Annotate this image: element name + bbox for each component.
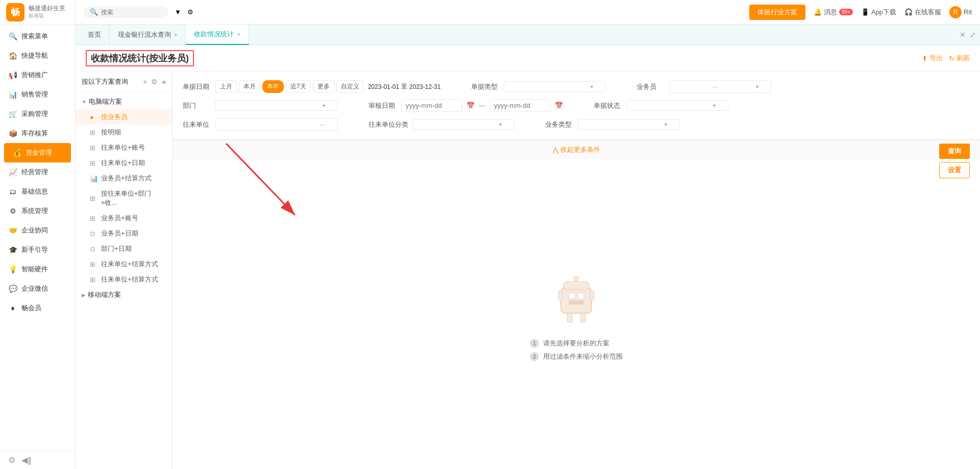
sidebar-settings-icon[interactable]: ⚙ (8, 455, 15, 465)
tree-item-partner_account[interactable]: ⊞ 往来单位+账号 (76, 140, 172, 155)
app-download-label: App下载 (871, 8, 896, 17)
mobile-group-header[interactable]: ▶ 移动端方案 (76, 287, 172, 302)
sidebar-item-purchase[interactable]: 🛒 采购管理 (0, 104, 75, 124)
date-this-month[interactable]: 本月 (239, 80, 260, 93)
trial-button[interactable]: 体验行业方案 (749, 5, 805, 20)
tree-item-icon-by_salesperson: ● (90, 113, 98, 121)
sidebar-item-finance[interactable]: 💰 资金管理 (4, 143, 71, 162)
search-input[interactable] (101, 9, 162, 16)
sidebar-item-operation[interactable]: 📈 经营管理 (0, 162, 75, 182)
tree-item-salesperson_date[interactable]: ⊙ 业务员+日期 (76, 226, 172, 241)
scheme-settings-icon[interactable]: ⚙ (151, 78, 158, 86)
sidebar-label-purchase: 采购管理 (21, 109, 48, 119)
notifications-item[interactable]: 🔔 消息 99+ (814, 8, 853, 17)
topbar-settings-icon[interactable]: ⚙ (187, 8, 193, 16)
biz-type-label: 业务类型 (545, 120, 574, 129)
maximize-window-btn[interactable]: ⤢ (970, 31, 976, 39)
sidebar-item-system[interactable]: ⚙ 系统管理 (0, 201, 75, 221)
tree-item-icon-salesperson_date: ⊙ (90, 230, 98, 238)
sidebar-item-corp[interactable]: 🤝 企业协同 (0, 221, 75, 240)
review-date-start[interactable] (401, 99, 462, 112)
tab-home[interactable]: 首页 (80, 25, 110, 45)
left-panel-header: 按以下方案查询 + ⚙ « (76, 72, 172, 92)
date-more[interactable]: 更多 (313, 80, 334, 93)
add-scheme-icon[interactable]: + (143, 78, 147, 86)
partner-category-select[interactable]: ▾ (412, 119, 514, 130)
sidebar-icon-quicknav: 🏠 (8, 51, 17, 60)
date-7days[interactable]: 近7天 (286, 80, 311, 93)
collapse-button[interactable]: ⋀ 收起更多条件 (553, 145, 600, 154)
sidebar-item-sales[interactable]: 📊 销售管理 (0, 85, 75, 104)
tree-item-salesperson_settle[interactable]: 📊 业务员+结算方式 (76, 171, 172, 186)
online-service-label: 在线客服 (915, 8, 941, 17)
main-content: 🔍 ▼ ⚙ 体验行业方案 🔔 消息 99+ 📱 App下载 🎧 在线客服 R (76, 0, 980, 469)
salesperson-select[interactable]: ··· ▾ (669, 80, 771, 93)
tree-item-dept_date[interactable]: ⊙ 部门+日期 (76, 241, 172, 256)
svg-rect-5 (590, 290, 594, 300)
date-dash: — (479, 102, 485, 109)
sidebar-item-quicknav[interactable]: 🏠 快捷导航 (0, 46, 75, 65)
review-date-end[interactable] (489, 99, 551, 112)
sidebar: 畅 畅捷通好生意 标准版 🔍 搜索菜单 🏠 快捷导航 📢 营销推广 📊 销售管理… (0, 0, 76, 469)
query-button[interactable]: 查询 (939, 144, 970, 159)
partner-label: 往来单位 (183, 120, 211, 129)
svg-rect-3 (569, 300, 584, 304)
sidebar-label-finance: 资金管理 (26, 148, 52, 157)
desktop-group-header[interactable]: ▼ 电脑端方案 (76, 94, 172, 109)
sidebar-item-guide[interactable]: 🎓 新手引导 (0, 240, 75, 260)
date-custom[interactable]: 自定义 (336, 80, 364, 93)
topbar-search-box[interactable]: 🔍 (84, 6, 168, 18)
sidebar-item-marketing[interactable]: 📢 营销推广 (0, 65, 75, 85)
sidebar-collapse-icon[interactable]: ◀‖ (21, 455, 32, 465)
close-window-btn[interactable]: ✕ (960, 31, 966, 39)
user-item[interactable]: R Rit (949, 6, 972, 18)
tab-receivables[interactable]: 收款情况统计 × (186, 25, 249, 45)
empty-tip-2: 2 用过滤条件来缩小分析范围 (530, 352, 623, 361)
sidebar-item-hardware[interactable]: 💡 智能硬件 (0, 260, 75, 279)
doc-status-select[interactable]: ▾ (626, 100, 728, 111)
sidebar-item-wechat[interactable]: 💬 企业微信 (0, 279, 75, 298)
sidebar-item-basic[interactable]: 🗂 基础信息 (0, 182, 75, 201)
topbar-dropdown-icon[interactable]: ▼ (175, 8, 181, 16)
doc-type-select[interactable]: ▾ (504, 81, 606, 92)
notifications-badge: 99+ (839, 9, 853, 15)
export-button[interactable]: ⬆ 导出 (922, 54, 943, 63)
tree-item-by_detail[interactable]: ⊞ 按明细 (76, 125, 172, 140)
dept-select[interactable]: ▾ (215, 100, 338, 111)
tab-receivables-close[interactable]: × (237, 31, 240, 37)
tip-text-1: 请先选择要分析的方案 (543, 339, 609, 348)
refresh-icon: ↻ (949, 55, 954, 62)
sidebar-item-member[interactable]: ♦ 畅会员 (0, 298, 75, 318)
sidebar-label-wechat: 企业微信 (21, 284, 48, 293)
salesperson-dots[interactable]: ··· (713, 83, 718, 90)
tree-item-icon-partner_settle1: ⊞ (90, 261, 98, 268)
date-this-year[interactable]: 本年 (262, 80, 284, 93)
tree-item-partner_settle2[interactable]: ⊞ 往来单位+结算方式 (76, 272, 172, 287)
partner-filter: 往来单位 ··· (183, 118, 338, 131)
date-last-month[interactable]: 上月 (215, 80, 237, 93)
sidebar-icon-basic: 🗂 (8, 187, 17, 196)
partner-select[interactable]: ··· (215, 118, 338, 131)
tree-item-salesperson_account[interactable]: ⊞ 业务员+账号 (76, 210, 172, 226)
salesperson-arrow: ▾ (756, 84, 758, 89)
sidebar-item-search[interactable]: 🔍 搜索菜单 (0, 27, 75, 46)
sidebar-item-inventory[interactable]: 📦 库存核算 (0, 124, 75, 143)
main-area: 单据日期 上月 本月 本年 近7天 更多 自定义 2023-01-01 (173, 72, 980, 469)
panel-collapse-icon[interactable]: « (162, 78, 166, 86)
biz-type-select[interactable]: ▾ (578, 119, 680, 130)
tree-item-partner_settle1[interactable]: ⊞ 往来单位+结算方式 (76, 256, 172, 272)
sidebar-icon-search: 🔍 (8, 32, 17, 41)
online-service-item[interactable]: 🎧 在线客服 (904, 8, 941, 17)
refresh-button[interactable]: ↻ 刷新 (949, 54, 970, 63)
partner-dots[interactable]: ··· (320, 121, 325, 128)
left-panel: 按以下方案查询 + ⚙ « ▼ 电脑端方案 ● 按业务员 ⊞ (76, 72, 173, 469)
tree-item-partner_date[interactable]: ⊞ 往来单位+日期 (76, 155, 172, 171)
tree-item-icon-partner_account: ⊞ (90, 144, 98, 152)
tree-item-by_salesperson[interactable]: ● 按业务员 (76, 109, 172, 125)
app-download-item[interactable]: 📱 App下载 (861, 8, 896, 17)
tab-bank-close[interactable]: × (174, 32, 177, 38)
tab-bank[interactable]: 现金银行流水查询 × (110, 25, 186, 45)
settings-button[interactable]: 设置 (939, 162, 970, 178)
tree-item-partner_dept_collect[interactable]: ⊞ 按往来单位+部门+收... (76, 186, 172, 210)
tree-item-label-partner_account: 往来单位+账号 (101, 143, 145, 152)
